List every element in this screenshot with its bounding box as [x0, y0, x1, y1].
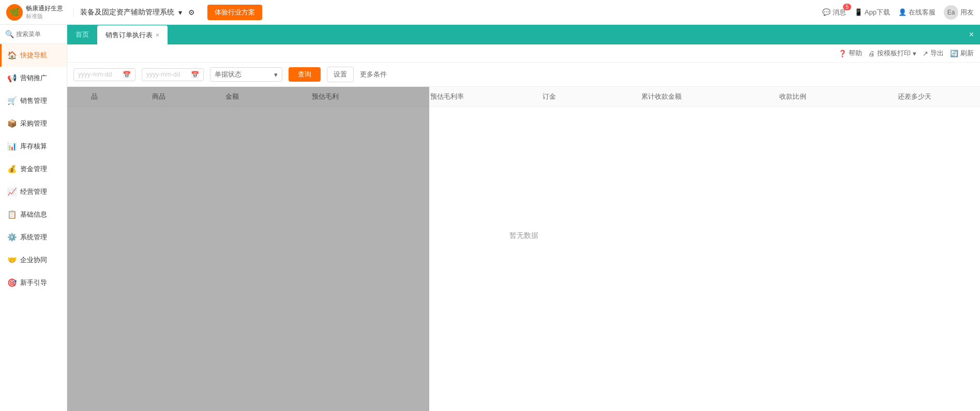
tab-bar-close-button[interactable]: ×	[963, 30, 980, 39]
home-icon: 🏠	[7, 50, 17, 60]
tab-bar: 首页 销售订单执行表 × ×	[67, 25, 980, 44]
message-icon: 💬	[822, 8, 831, 16]
print-dropdown-icon: ▾	[913, 50, 916, 57]
select-dropdown-icon: ▾	[274, 71, 278, 79]
app-download-button[interactable]: 📱 App下载	[854, 8, 890, 17]
newbie-icon: 🎯	[7, 278, 17, 288]
tab-close-icon[interactable]: ×	[156, 32, 159, 39]
refresh-icon: 🔄	[950, 50, 958, 57]
date-from-input[interactable]: yyyy-mm-dd 📅	[73, 68, 135, 81]
print-icon: 🖨	[868, 50, 875, 57]
calendar-icon: 📅	[123, 71, 131, 79]
sidebar-item-newbie[interactable]: 🎯 新手引导	[0, 271, 67, 294]
experience-button[interactable]: 体验行业方案	[207, 5, 262, 20]
operations-icon: 📈	[7, 187, 17, 197]
system-title-text: 装备及固定资产辅助管理系统	[80, 8, 174, 17]
modal-overlay: 进货订单 ▶	[67, 87, 429, 411]
sidebar-item-quick-nav[interactable]: 🏠 快捷导航	[0, 44, 67, 67]
status-select[interactable]: 单据状态 ▾	[210, 67, 282, 82]
sidebar-item-operations[interactable]: 📈 经营管理	[0, 180, 67, 203]
sidebar-item-system[interactable]: ⚙️ 系统管理	[0, 226, 67, 249]
col-collection-ratio: 收款比例	[736, 87, 849, 107]
download-icon: 📱	[854, 8, 863, 16]
date-to-input[interactable]: yyyy-mm-dd 📅	[142, 68, 204, 81]
title-dropdown-arrow[interactable]: ▾	[178, 8, 182, 17]
sidebar-item-purchase[interactable]: 📦 采购管理	[0, 112, 67, 135]
message-badge: 5	[843, 4, 851, 10]
col-collected: 累计收款金额	[586, 87, 737, 107]
settings-icon[interactable]: ⚙	[188, 8, 195, 17]
online-service-button[interactable]: 👤 在线客服	[898, 8, 936, 17]
sidebar-item-sales[interactable]: 🛒 销售管理	[0, 89, 67, 112]
sidebar-item-marketing[interactable]: 📢 营销推广	[0, 67, 67, 89]
help-button[interactable]: ❓ 帮助	[838, 49, 862, 58]
export-button[interactable]: ↗ 导出	[923, 49, 944, 58]
query-button[interactable]: 查询	[289, 67, 321, 82]
col-days-remaining: 还差多少天	[849, 87, 980, 107]
sidebar-item-collab[interactable]: 🤝 企业协同	[0, 249, 67, 271]
inventory-icon: 📊	[7, 141, 17, 151]
sales-icon: 🛒	[7, 96, 17, 106]
message-button[interactable]: 💬 消息 5	[822, 8, 846, 17]
page-toolbar: ❓ 帮助 🖨 按模板打印 ▾ ↗ 导出 🔄 刷新	[67, 44, 980, 63]
sidebar-item-basic[interactable]: 📋 基础信息	[0, 203, 67, 226]
export-icon: ↗	[923, 50, 928, 57]
sidebar-navigation: 🏠 快捷导航 📢 营销推广 🛒 销售管理 📦 采购管理 📊 库存核	[0, 44, 67, 411]
sidebar-search-icon: 🔍	[5, 30, 14, 38]
purchase-icon: 📦	[7, 118, 17, 129]
system-icon: ⚙️	[7, 232, 17, 242]
basic-icon: 📋	[7, 209, 17, 220]
sidebar-search-area[interactable]: 🔍	[0, 25, 67, 44]
user-avatar: Ea	[944, 5, 958, 20]
app-logo-icon: 🌿	[6, 4, 23, 21]
table-area: 品 商品 金额 预估毛利 预估毛利率 订金 累计收款金额 收款比例 还差多少天	[67, 87, 980, 411]
more-conditions-link[interactable]: 更多条件	[360, 70, 387, 79]
app-logo-text: 畅康通好生意 标准版	[26, 5, 63, 20]
sidebar-item-finance[interactable]: 💰 资金管理	[0, 158, 67, 180]
collab-icon: 🤝	[7, 255, 17, 265]
sidebar-item-inventory[interactable]: 📊 库存核算	[0, 135, 67, 158]
tab-home[interactable]: 首页	[67, 25, 97, 44]
set-button[interactable]: 设置	[327, 67, 354, 82]
calendar-icon-2: 📅	[191, 71, 199, 79]
help-icon: ❓	[838, 50, 847, 57]
finance-icon: 💰	[7, 164, 17, 174]
marketing-icon: 📢	[7, 73, 17, 83]
user-avatar-area[interactable]: Ea 用友	[944, 5, 974, 20]
template-print-button[interactable]: 🖨 按模板打印 ▾	[868, 49, 916, 58]
refresh-button[interactable]: 🔄 刷新	[950, 49, 974, 58]
service-icon: 👤	[898, 8, 907, 16]
system-title-area: 装备及固定资产辅助管理系统 ▾ ⚙	[73, 8, 201, 17]
tab-sales-order[interactable]: 销售订单执行表 ×	[97, 25, 168, 45]
filter-row: yyyy-mm-dd 📅 yyyy-mm-dd 📅 单据状态 ▾ 查询 设置 更…	[67, 63, 980, 87]
col-deposit: 订金	[512, 87, 586, 107]
